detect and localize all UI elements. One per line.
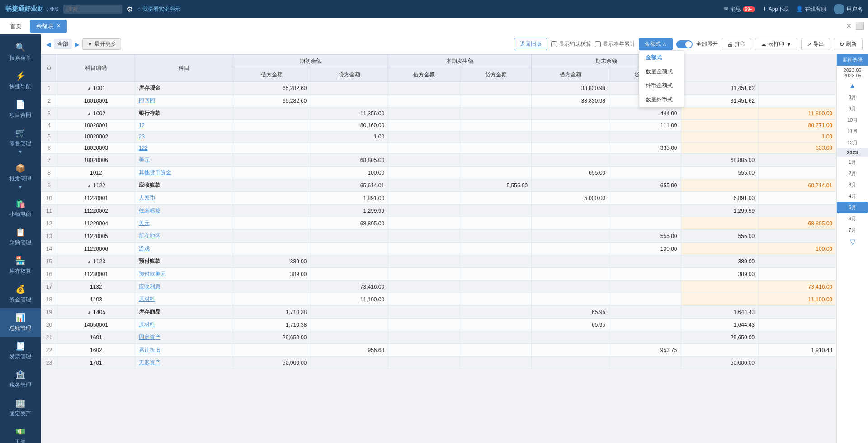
sidebar-item-capital[interactable]: 💰 资金管理 <box>0 280 41 308</box>
filter-all-tag[interactable]: 全部 <box>54 39 72 49</box>
cloud-print-btn[interactable]: ☁ 云打印 ▼ <box>755 38 797 50</box>
period-month-5[interactable]: 5月 <box>837 202 868 213</box>
period-month-6[interactable]: 6月 <box>837 213 868 224</box>
period-month-8[interactable]: 8月 <box>837 92 868 103</box>
period-month-11[interactable]: 11月 <box>837 126 868 137</box>
cell-account-name[interactable]: 无形资产 <box>135 357 233 369</box>
sidebar-item-retail[interactable]: 🛒 零售管理 ▼ <box>0 124 41 159</box>
cell-pd_debit <box>388 357 460 369</box>
sidebar-item-invoice[interactable]: 🧾 发票管理 <box>0 337 41 365</box>
sidebar-item-quicknav[interactable]: ⚡ 快捷导航 <box>0 67 41 95</box>
cell-cb_debit: 555.00 <box>681 167 759 179</box>
cell-account-name[interactable]: 23 <box>135 131 233 143</box>
cell-account-name[interactable]: 应收利息 <box>135 281 233 293</box>
cell-account-name[interactable]: 游戏 <box>135 243 233 255</box>
settings-icon[interactable]: ⚙ <box>127 5 133 14</box>
sidebar-item-ledger[interactable]: 📊 总账管理 <box>0 308 41 337</box>
cell-account-name[interactable]: 原材料 <box>135 293 233 306</box>
period-month-3[interactable]: 3月 <box>837 179 868 191</box>
cell-cb_credit <box>759 167 836 179</box>
sidebar-item-ecommerce[interactable]: 🛍️ 小畅电商 <box>0 194 41 223</box>
cell-pa_debit <box>532 217 609 230</box>
sidebar-item-contract[interactable]: 📄 项目合同 <box>0 95 41 124</box>
print-btn[interactable]: 🖨 打印 <box>722 38 751 50</box>
sidebar-item-tax[interactable]: 🏦 税务管理 <box>0 365 41 394</box>
period-month-4[interactable]: 4月 <box>837 191 868 202</box>
cell-account-name[interactable]: 美元 <box>135 154 233 167</box>
show-ytd-checkbox[interactable]: 显示本年累计 <box>595 40 635 48</box>
cell-ob_credit: 11,100.00 <box>311 293 388 306</box>
cell-account-name[interactable]: 往来标签 <box>135 205 233 217</box>
aux-checkbox-input[interactable] <box>551 41 557 47</box>
view-mode-dropdown[interactable]: 金额式 ∧ 金额式 数量金额式 外币金额式 数量外币式 <box>639 38 673 50</box>
cell-account-name[interactable]: 人民币 <box>135 192 233 205</box>
filter-left-arrow[interactable]: ◀ <box>46 41 51 48</box>
cell-pa_debit <box>532 154 609 167</box>
cell-cb_debit: 50,000.00 <box>681 357 759 369</box>
cell-account-name[interactable]: 固定资产 <box>135 331 233 344</box>
cell-account-name[interactable]: 122 <box>135 143 233 154</box>
demo-link[interactable]: ○ 我要看实例演示 <box>137 5 180 13</box>
cell-account-name[interactable]: 所在地区 <box>135 230 233 243</box>
cell-pd_debit <box>388 205 460 217</box>
period-month-2[interactable]: 2月 <box>837 168 868 179</box>
sidebar-item-assets[interactable]: 🏢 固定资产 <box>0 394 41 422</box>
period-month-1[interactable]: 1月 <box>837 157 868 168</box>
period-down-nav[interactable]: ▽ <box>837 236 868 248</box>
tab-balance[interactable]: 余额表 ✕ <box>30 20 67 33</box>
sidebar-item-search[interactable]: 🔍 搜索菜单 <box>0 38 41 67</box>
dropdown-item-qty-amount[interactable]: 数量金额式 <box>639 65 684 79</box>
search-icon: 🔍 <box>15 43 25 52</box>
period-month-7[interactable]: 7月 <box>837 224 868 236</box>
cell-account-name[interactable]: 累计折旧 <box>135 344 233 357</box>
cell-account-name[interactable]: 预付款美元 <box>135 268 233 281</box>
user-avatar[interactable]: 用户名 <box>834 4 863 14</box>
cell-account-name[interactable]: 回回回 <box>135 95 233 107</box>
cell-account-name: 银行存款 <box>135 107 233 120</box>
period-month-10[interactable]: 10月 <box>837 114 868 126</box>
cell-account-name[interactable]: 原材料 <box>135 319 233 331</box>
tab-close-icon[interactable]: ✕ <box>57 23 61 29</box>
sidebar-item-purchase[interactable]: 📋 采购管理 <box>0 223 41 251</box>
sidebar-item-wholesale[interactable]: 📦 批发管理 ▼ <box>0 159 41 194</box>
cell-account-name[interactable]: 12 <box>135 120 233 131</box>
sidebar-item-inventory[interactable]: 🏪 库存核算 <box>0 251 41 280</box>
export-btn[interactable]: ↗ 导出 <box>801 38 830 50</box>
app-download-btn[interactable]: ⬇ App下载 <box>762 5 789 13</box>
ytd-checkbox-input[interactable] <box>595 41 601 47</box>
cell-pd_debit <box>388 255 460 268</box>
period-header[interactable]: 期间选择 <box>837 54 868 66</box>
filter-right-arrow[interactable]: ▶ <box>75 41 80 48</box>
period-up-nav[interactable]: ▲ <box>837 80 868 92</box>
sidebar-item-payroll[interactable]: 💵 工资 <box>0 422 41 443</box>
expand-icon: ▼ <box>87 41 93 48</box>
cell-pa_debit: 65.95 <box>532 319 609 331</box>
dropdown-item-amount[interactable]: 金额式 <box>639 51 684 65</box>
table-container[interactable]: ⚙ 科目编码 科目 期初余额 本期发生额 期末余额 借方金额 贷方金额 借方金额 <box>41 54 836 443</box>
refresh-btn[interactable]: ↻ 刷新 <box>834 38 863 50</box>
cell-account-name[interactable]: 美元 <box>135 217 233 230</box>
online-service-btn[interactable]: 👤 在线客服 <box>796 5 826 13</box>
view-mode-btn[interactable]: 金额式 ∧ <box>639 38 673 50</box>
period-month-9[interactable]: 9月 <box>837 103 868 114</box>
top-search-input[interactable] <box>63 5 122 14</box>
expand-all-label: 全部展开 <box>696 40 718 48</box>
expand-all-toggle[interactable] <box>676 40 693 48</box>
cell-pa_credit <box>609 357 681 369</box>
dropdown-item-foreign[interactable]: 外币金额式 <box>639 79 684 93</box>
cell-account-name[interactable]: 其他货币资金 <box>135 167 233 179</box>
wholesale-icon: 📦 <box>15 163 25 173</box>
close-window-icon[interactable]: ✕ <box>846 22 852 30</box>
maximize-icon[interactable]: ⬜ <box>855 22 864 30</box>
tab-home[interactable]: 首页 <box>4 20 28 33</box>
table-settings-icon[interactable]: ⚙ <box>47 65 52 71</box>
col-opening-balance: 期初余额 <box>233 55 388 68</box>
show-aux-checkbox[interactable]: 显示辅助核算 <box>551 40 591 48</box>
period-month-12[interactable]: 12月 <box>837 137 868 148</box>
dropdown-item-qty-foreign[interactable]: 数量外币式 <box>639 93 684 107</box>
back-old-btn[interactable]: 退回旧版 <box>514 38 547 50</box>
expand-more-btn[interactable]: ▼ 展开更多 <box>82 38 121 50</box>
cell-ob_debit <box>233 143 311 154</box>
message-btn[interactable]: ✉ 消息 99+ <box>724 5 755 13</box>
cell-pa_credit <box>609 306 681 319</box>
